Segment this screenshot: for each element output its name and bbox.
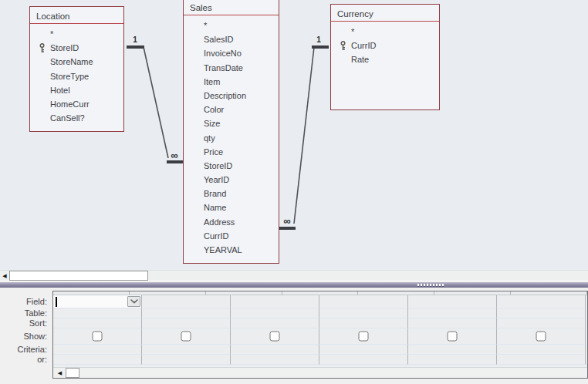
cardinality-one-label: 1 (127, 35, 144, 44)
scroll-left-arrow-icon[interactable]: ◀ (55, 368, 65, 378)
field-item-price[interactable]: Price (184, 145, 279, 159)
show-checkbox-1[interactable] (181, 332, 191, 342)
grid-cell-field-1[interactable] (142, 295, 231, 308)
field-item-transdate[interactable]: TransDate (184, 61, 279, 75)
field-item-address[interactable]: Address (184, 215, 279, 229)
scrollbar-thumb[interactable] (66, 368, 79, 378)
grid-cell-table-0[interactable] (53, 308, 142, 318)
field-item-color[interactable]: Color (184, 103, 279, 116)
field-item-rate[interactable]: Rate (331, 52, 439, 66)
grid-cell-criteria-2[interactable] (231, 345, 319, 355)
field-item-brand[interactable]: Brand (184, 187, 279, 200)
field-item-homecurr[interactable]: HomeCurr (30, 97, 123, 111)
grid-cell-field-3[interactable] (319, 295, 408, 308)
grid-cell-show-3[interactable] (319, 328, 408, 345)
grid-cell-criteria-5[interactable] (497, 345, 586, 355)
grid-cell-or-0[interactable] (53, 355, 142, 365)
field-item-currid[interactable]: CurrID (184, 229, 279, 243)
primary-key-icon (340, 41, 346, 51)
grid-cell-show-2[interactable] (231, 328, 319, 345)
grid-cell-criteria-0[interactable] (53, 345, 142, 355)
table-title[interactable]: Currency (331, 5, 439, 19)
field-item-name[interactable]: Name (184, 200, 279, 214)
grid-cell-field-4[interactable] (408, 295, 497, 308)
field-item-star[interactable]: * (184, 19, 279, 32)
field-name: qty (204, 133, 215, 143)
grid-cell-table-4[interactable] (408, 308, 497, 318)
grid-horizontal-scrollbar[interactable]: ◀ (53, 367, 587, 378)
field-list: *CurrIDRate (331, 22, 439, 67)
table-card-location[interactable]: Location *StoreIDStoreNameStoreTypeHotel… (29, 6, 124, 132)
field-item-size[interactable]: Size (184, 116, 279, 130)
query-design-canvas[interactable]: Location *StoreIDStoreNameStoreTypeHotel… (0, 0, 588, 270)
grid-cell-table-1[interactable] (142, 308, 231, 318)
table-title[interactable]: Location (30, 7, 123, 22)
field-item-storename[interactable]: StoreName (30, 55, 123, 69)
grid-cell-table-3[interactable] (319, 308, 408, 318)
grid-cell-show-4[interactable] (408, 328, 497, 345)
table-card-sales[interactable]: Sales *SalesIDInvoiceNoTransDateItemDesc… (183, 0, 279, 264)
grid-row-label-or: or: (0, 355, 49, 365)
grid-cell-criteria-4[interactable] (408, 345, 497, 355)
grid-cell-or-3[interactable] (319, 355, 408, 365)
field-item-qty[interactable]: qty (184, 131, 279, 145)
field-item-star[interactable]: * (30, 27, 123, 41)
grid-cell-sort-5[interactable] (497, 318, 586, 328)
grid-cell-sort-4[interactable] (408, 318, 497, 328)
grid-cell-show-0[interactable] (53, 328, 142, 345)
design-grid[interactable]: ◀ (52, 291, 588, 379)
field-name: HomeCurr (50, 99, 90, 109)
grid-cell-sort-2[interactable] (231, 318, 319, 328)
field-item-description[interactable]: Description (184, 89, 279, 103)
pane-splitter-handle[interactable] (0, 282, 588, 288)
field-item-currid[interactable]: CurrID (331, 39, 439, 52)
field-item-cansell?[interactable]: CanSell? (30, 111, 123, 125)
cardinality-many-label: ∞ (166, 150, 183, 160)
grid-row-criteria (53, 345, 587, 355)
field-dropdown-button[interactable] (127, 296, 140, 307)
grid-cell-or-4[interactable] (408, 355, 497, 365)
field-item-salesid[interactable]: SalesID (184, 32, 279, 46)
grid-cell-sort-0[interactable] (53, 318, 142, 328)
field-item-storeid[interactable]: StoreID (30, 41, 123, 55)
field-item-invoiceno[interactable]: InvoiceNo (184, 46, 279, 60)
text-caret (56, 297, 57, 307)
field-item-item[interactable]: Item (184, 75, 279, 89)
grid-cell-table-2[interactable] (231, 308, 319, 318)
field-item-star[interactable]: * (331, 25, 439, 39)
grid-cell-sort-3[interactable] (319, 318, 408, 328)
field-name: CurrID (204, 231, 228, 241)
table-title[interactable]: Sales (184, 0, 279, 13)
grid-cell-criteria-1[interactable] (142, 345, 231, 355)
show-checkbox-5[interactable] (536, 332, 546, 342)
field-item-storeid[interactable]: StoreID (184, 159, 279, 173)
field-item-hotel[interactable]: Hotel (30, 83, 123, 97)
grid-cell-sort-1[interactable] (142, 318, 231, 328)
grid-cell-criteria-3[interactable] (319, 345, 408, 355)
grid-cell-or-5[interactable] (497, 355, 586, 365)
table-card-currency[interactable]: Currency *CurrIDRate (330, 4, 440, 110)
field-name: Color (204, 105, 224, 114)
scroll-left-arrow-icon[interactable]: ◀ (0, 271, 9, 281)
grid-cell-field-2[interactable] (231, 295, 319, 308)
show-checkbox-3[interactable] (359, 332, 369, 342)
grid-cell-show-1[interactable] (142, 328, 231, 345)
field-item-yearid[interactable]: YearID (184, 173, 279, 187)
show-checkbox-0[interactable] (93, 332, 103, 342)
relationship-line-currency-sales[interactable] (279, 47, 329, 228)
show-checkbox-2[interactable] (270, 332, 280, 342)
relationship-line-location-sales[interactable] (127, 47, 183, 162)
diagram-horizontal-scrollbar[interactable]: ◀ (0, 270, 588, 281)
scrollbar-thumb[interactable] (9, 271, 148, 281)
field-item-yearval[interactable]: YEARVAL (184, 243, 279, 257)
grid-cell-or-2[interactable] (231, 355, 319, 365)
grid-cell-field-5[interactable] (497, 295, 586, 308)
grid-cell-table-5[interactable] (497, 308, 586, 318)
grid-cell-show-5[interactable] (497, 328, 586, 345)
grid-cell-field-0[interactable] (53, 295, 142, 308)
grid-cell-or-1[interactable] (142, 355, 231, 365)
field-item-storetype[interactable]: StoreType (30, 69, 123, 83)
show-checkbox-4[interactable] (448, 332, 458, 342)
field-name: Hotel (50, 86, 70, 95)
field-name: YEARVAL (204, 245, 242, 254)
